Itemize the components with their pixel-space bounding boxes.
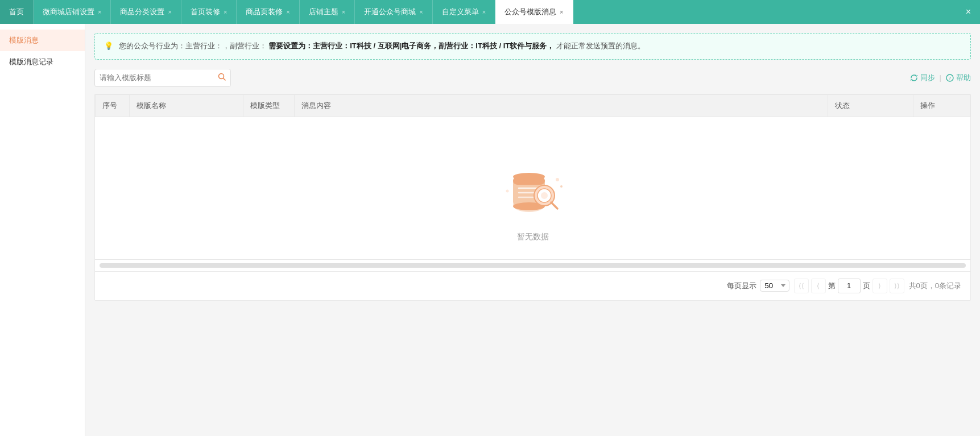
data-table-wrapper: 序号模版名称模版类型消息内容状态操作 [94,94,971,301]
svg-line-1 [224,78,226,81]
next-page-button[interactable]: ⟩ [873,279,887,293]
prev-page-icon: ⟨ [817,282,820,290]
page-label-prefix: 第 [828,281,836,291]
tab-item-2[interactable]: 商品分类设置× [111,0,181,24]
tab-item-5[interactable]: 店铺主题× [300,0,355,24]
tab-item-3[interactable]: 首页装修× [181,0,237,24]
sync-button[interactable]: 同步 [910,73,935,83]
next-page-icon: ⟩ [878,282,881,290]
tab-close-3[interactable]: × [224,9,227,15]
svg-text:?: ? [949,76,951,81]
data-table: 序号模版名称模版类型消息内容状态操作 [95,94,970,117]
col-header-3: 消息内容 [295,94,828,117]
last-page-button[interactable]: ⟩⟩ [890,279,904,293]
tab-close-6[interactable]: × [419,9,423,15]
tab-close-5[interactable]: × [342,9,345,15]
help-button[interactable]: ? 帮助 [946,73,971,83]
col-header-4: 状态 [828,94,913,117]
tab-close-2[interactable]: × [168,9,171,15]
pagination-bar: 每页显示 10 20 50 100 ⟨⟨ ⟨ 第 [95,271,970,300]
tab-close-8[interactable]: × [560,9,563,15]
notice-icon: 💡 [104,41,113,50]
page-label-suffix: 页 [863,281,870,291]
svg-point-16 [556,178,559,181]
tab-label-2: 商品分类设置 [120,7,164,17]
first-page-icon: ⟨⟨ [799,282,804,290]
content-area: 💡 您的公众号行业为：主营行业：，副营行业： 需要设置为：主营行业：IT科技 /… [85,24,980,436]
tab-item-4[interactable]: 商品页装修× [237,0,299,24]
global-close-button[interactable]: × [957,7,980,17]
empty-state: 暂无数据 [95,117,970,259]
tab-item-6[interactable]: 开通公众号商城× [355,0,432,24]
notice-banner: 💡 您的公众号行业为：主营行业：，副营行业： 需要设置为：主营行业：IT科技 /… [94,33,971,60]
search-input[interactable] [100,73,218,82]
tab-item-8[interactable]: 公众号模版消息× [495,0,573,24]
per-page-label: 每页显示 [727,281,756,291]
col-header-1: 模版名称 [130,94,243,117]
search-icon[interactable] [218,73,226,82]
svg-point-17 [560,185,563,188]
toolbar-right: 同步 | ? 帮助 [910,73,971,83]
tab-bar: 首页微商城店铺设置×商品分类设置×首页装修×商品页装修×店铺主题×开通公众号商城… [0,0,980,24]
col-header-5: 操作 [913,94,970,117]
toolbar-divider: | [940,73,941,82]
notice-prefix: 您的公众号行业为：主营行业：，副营行业： [119,41,267,50]
tab-item-7[interactable]: 自定义菜单× [433,0,495,24]
total-text: 共0页，0条记录 [909,281,961,291]
prev-page-button[interactable]: ⟨ [811,279,826,293]
tab-label-1: 微商城店铺设置 [43,7,94,17]
notice-suffix: 才能正常发送预置的消息。 [556,41,645,50]
col-header-0: 序号 [96,94,130,117]
tab-label-5: 店铺主题 [309,7,338,17]
sidebar-item-1[interactable]: 模版消息记录 [0,51,85,73]
svg-point-15 [541,192,548,199]
tab-label-3: 首页装修 [191,7,220,17]
tab-item-1[interactable]: 微商城店铺设置× [34,0,111,24]
main-layout: 模版消息模版消息记录 💡 您的公众号行业为：主营行业：，副营行业： 需要设置为：… [0,24,980,436]
help-icon: ? [946,74,954,82]
tab-close-4[interactable]: × [286,9,290,15]
first-page-button[interactable]: ⟨⟨ [794,279,809,293]
empty-illustration [95,151,970,225]
tab-label-8: 公众号模版消息 [505,7,556,17]
last-page-icon: ⟩⟩ [894,282,900,290]
tab-label-4: 商品页装修 [246,7,283,17]
sync-label: 同步 [920,73,935,83]
sidebar-item-0[interactable]: 模版消息 [0,30,85,51]
search-input-wrap[interactable] [94,69,231,87]
svg-point-18 [506,189,508,192]
empty-text: 暂无数据 [95,232,970,242]
sidebar: 模版消息模版消息记录 [0,24,85,436]
horizontal-scrollbar[interactable] [100,263,966,268]
col-header-2: 模版类型 [243,94,295,117]
notice-highlight: 需要设置为：主营行业：IT科技 / 互联网|电子商务，副营行业：IT科技 / I… [268,41,554,50]
svg-line-14 [551,202,557,209]
pagination-nav: ⟨⟨ ⟨ 第 页 ⟩ ⟩⟩ [794,279,904,293]
svg-point-7 [513,173,545,181]
sync-icon [910,74,918,82]
tab-close-7[interactable]: × [482,9,486,15]
search-bar: 同步 | ? 帮助 [94,69,971,87]
tab-label-6: 开通公众号商城 [364,7,416,17]
per-page-select[interactable]: 10 20 50 100 [760,280,789,292]
per-page-wrap: 每页显示 10 20 50 100 [727,280,789,292]
tab-label-0: 首页 [9,7,24,17]
page-input[interactable] [838,279,861,293]
tab-item-0[interactable]: 首页 [0,0,34,24]
tab-label-7: 自定义菜单 [442,7,479,17]
tab-close-1[interactable]: × [98,9,101,15]
help-label: 帮助 [956,73,971,83]
